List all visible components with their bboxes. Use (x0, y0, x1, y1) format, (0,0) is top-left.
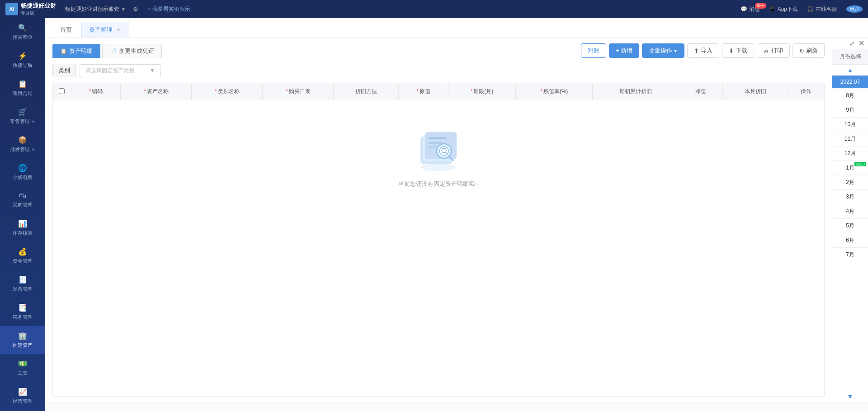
month-label-4: 11月 (844, 136, 856, 142)
sidebar-item-inventory[interactable]: 📊 库存核算 (0, 214, 45, 242)
print-icon: 🖨 (764, 47, 769, 54)
month-item-6[interactable]: 1月 2023 (832, 161, 868, 175)
sub-tab-change-voucher[interactable]: 📄 变更生成凭证 (102, 44, 162, 58)
category-select[interactable]: 请选择固定资产类别 ▼ (80, 64, 161, 77)
chevron-up-icon: ▲ (847, 66, 854, 74)
sidebar-item-tax[interactable]: 📑 税务管理 (0, 298, 45, 326)
download-btn-label: 下载 (736, 47, 747, 55)
message-btn[interactable]: 💬 消息 99+ (741, 5, 760, 13)
sidebar-item-assets[interactable]: 🏢 固定资产 (0, 326, 45, 354)
search-icon: 🔍 (18, 24, 27, 32)
month-item-12[interactable]: 7月 (832, 248, 868, 262)
sidebar-item-wholesale[interactable]: 📦 批发管理 ▼ (0, 130, 45, 158)
online-service-btn[interactable]: 🎧 在线客服 (807, 5, 837, 13)
month-item-7[interactable]: 2月 (832, 175, 868, 190)
wholesale-icon: 📦 (18, 136, 27, 144)
col-net-value: 净值 (679, 83, 723, 100)
message-badge: 99+ (755, 3, 766, 9)
sub-tab-change-voucher-label: 变更生成凭证 (119, 47, 154, 55)
import-btn[interactable]: ⬆ 导入 (687, 43, 719, 58)
col-period-accum: 期初累计折旧 (593, 83, 679, 100)
download-btn[interactable]: ⬇ 下载 (722, 43, 754, 58)
tab-assets[interactable]: 资产管理 × (81, 22, 129, 38)
company-selector[interactable]: 畅捷通好业财演示账套 ▼ (65, 5, 126, 13)
sidebar-item-operation[interactable]: 📈 经营管理 (0, 382, 45, 410)
svg-rect-5 (429, 142, 442, 144)
retail-arrow-icon: ▼ (31, 119, 35, 124)
sidebar: 🔍 搜索菜单 ⚡ 快捷导航 📋 项目合同 🛒 零售管理 ▼ 📦 批发管理 ▼ (0, 18, 45, 411)
sidebar-item-quick-nav-label: 快捷导航 (13, 62, 33, 69)
sub-tabs: 📋 资产明细 📄 变更生成凭证 对账 + 新增 (52, 43, 825, 58)
sub-tab-asset-detail[interactable]: 📋 资产明细 (52, 44, 100, 58)
invoice-icon: 🧾 (18, 275, 27, 284)
download-icon: ⬇ (729, 47, 734, 54)
month-item-0[interactable]: 2022.07 (832, 76, 868, 89)
empty-text: 当前您还没有固定资产明细哦~ (398, 180, 478, 188)
app-logo: Ai 畅捷通好业财 专业版 (5, 2, 56, 16)
sidebar-item-ecom[interactable]: 🌐 小畅电商 (0, 158, 45, 186)
month-list: 2022.07 8月 9月 10月 11月 12月 (832, 76, 868, 391)
month-item-1[interactable]: 8月 (832, 89, 868, 103)
settings-icon[interactable]: ⚙ (133, 6, 138, 13)
add-btn[interactable]: + 新增 (609, 43, 639, 58)
sidebar-item-project[interactable]: 📋 项目合同 (0, 74, 45, 102)
month-item-3[interactable]: 10月 (832, 118, 868, 132)
month-item-2[interactable]: 9月 (832, 103, 868, 118)
col-depreciation: 折旧方法 (334, 83, 399, 100)
content-area: 首页 资产管理 × 📋 资产明细 📄 变更生成凭证 (45, 18, 868, 411)
salary-icon: 💵 (18, 359, 27, 368)
empty-illustration (411, 128, 466, 173)
sidebar-item-retail[interactable]: 🛒 零售管理 ▼ (0, 102, 45, 130)
sidebar-item-fund-label: 资金管理 (13, 258, 33, 265)
refresh-btn[interactable]: ↻ 刷新 (793, 43, 825, 58)
col-check (53, 83, 71, 100)
inventory-icon: 📊 (18, 219, 27, 228)
asset-table: 编码 资产名称 类别名称 购买日期 折旧方法 原值 期限(月) 残值率(%) 期… (53, 83, 824, 215)
batch-btn[interactable]: 批量操作 ▼ (642, 43, 684, 58)
month-item-8[interactable]: 3月 (832, 190, 868, 204)
sidebar-item-salary[interactable]: 💵 工资 (0, 354, 45, 382)
sidebar-item-fund[interactable]: 💰 资金管理 (0, 242, 45, 270)
sidebar-item-quick-nav[interactable]: ⚡ 快捷导航 (0, 46, 45, 74)
demo-link[interactable]: ○ 我要看实例演示 (147, 5, 190, 13)
col-month-depreciation: 本月折旧 (723, 83, 788, 100)
tax-icon: 📑 (18, 303, 27, 312)
sidebar-item-ecom-label: 小畅电商 (13, 174, 33, 181)
month-scroll-up-btn[interactable]: ▲ (832, 65, 868, 76)
month-item-4[interactable]: 11月 (832, 132, 868, 146)
wholesale-label: 批发管理 (10, 146, 30, 153)
user-menu[interactable]: 用户 (846, 6, 863, 13)
topbar-right: 💬 消息 99+ 📱 App下载 🎧 在线客服 用户 (741, 5, 863, 13)
table-body: 当前您还没有固定资产明细哦~ (53, 100, 824, 216)
month-scroll-down-btn[interactable]: ▼ (832, 391, 868, 402)
sidebar-item-invoice[interactable]: 🧾 发票管理 (0, 270, 45, 298)
assets-icon: 🏢 (18, 331, 27, 340)
filter-bar: 类别 请选择固定资产类别 ▼ (52, 64, 825, 77)
asset-detail-tab-icon: 📋 (60, 48, 67, 54)
month-item-5[interactable]: 12月 (832, 146, 868, 161)
sub-tab-asset-detail-label: 资产明细 (69, 47, 93, 55)
match-btn[interactable]: 对账 (581, 43, 606, 58)
month-label-9: 4月 (846, 208, 854, 214)
tab-assets-label: 资产管理 (89, 26, 113, 34)
sidebar-item-purchase[interactable]: 🛍 采购管理 (0, 186, 45, 214)
tab-home-label: 首页 (60, 26, 72, 34)
chevron-down-icon: ▼ (847, 393, 854, 400)
tab-home[interactable]: 首页 (52, 22, 80, 38)
message-icon: 💬 (741, 6, 747, 12)
sidebar-item-search[interactable]: 🔍 搜索菜单 (0, 18, 45, 46)
ecom-icon: 🌐 (18, 164, 27, 172)
svg-point-0 (420, 164, 457, 171)
tab-assets-close-icon[interactable]: × (115, 27, 122, 33)
month-item-9[interactable]: 4月 (832, 204, 868, 219)
svg-rect-4 (429, 137, 447, 139)
month-item-10[interactable]: 5月 (832, 219, 868, 233)
panel-expand-icon[interactable]: ⤢ (849, 40, 855, 47)
print-btn[interactable]: 🖨 打印 (757, 43, 790, 58)
app-download-btn[interactable]: 📱 App下载 (769, 5, 798, 13)
purchase-icon: 🛍 (19, 192, 26, 200)
month-item-11[interactable]: 6月 (832, 233, 868, 248)
month-label-7: 2月 (846, 179, 854, 185)
panel-close-icon[interactable]: ✕ (859, 40, 864, 47)
select-all-checkbox[interactable] (59, 88, 65, 94)
